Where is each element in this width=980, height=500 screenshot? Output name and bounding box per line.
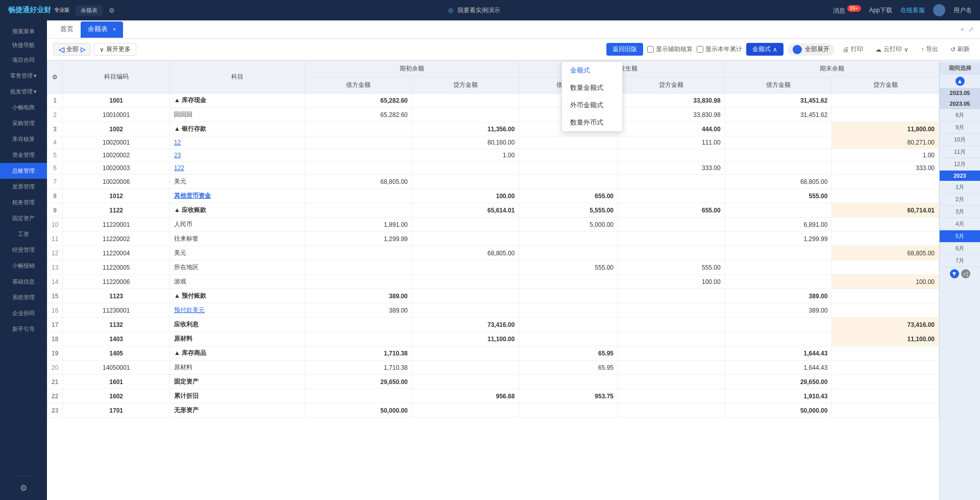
sidebar-item-assets[interactable]: 固定资产: [0, 210, 47, 226]
aux-accounting-checkbox[interactable]: [647, 46, 654, 53]
format-option-qty-amount[interactable]: 数量金额式: [562, 79, 622, 97]
account-code: 10020006: [63, 175, 170, 189]
user-name[interactable]: 用户名: [953, 6, 972, 15]
period-debit: 5,555.00: [519, 203, 618, 218]
sidebar-item-operations[interactable]: 经营管理: [0, 242, 47, 258]
account-code: 11220005: [63, 260, 170, 275]
period-credit: [618, 346, 725, 361]
period-2023-year[interactable]: 2023: [940, 171, 980, 181]
sidebar-item-system[interactable]: 系统管理: [0, 290, 47, 305]
tab-close-btn[interactable]: ×: [113, 26, 116, 32]
period-2023-start[interactable]: 2023.05: [940, 88, 980, 99]
account-name: 固定资产: [170, 375, 305, 389]
closing-debit: 555.00: [725, 189, 832, 203]
period-credit: 333.00: [618, 162, 725, 175]
sidebar-search[interactable]: 搜索菜单: [12, 25, 35, 38]
window-title-text: 余额表: [81, 7, 97, 13]
period-down-btn[interactable]: ▼: [950, 269, 959, 278]
sidebar-settings-icon[interactable]: ⚙: [17, 480, 30, 496]
cloud-print-btn[interactable]: ☁ 云打印 ∨: [871, 43, 913, 56]
format-dropdown-btn[interactable]: 金额式 ∧: [746, 43, 783, 56]
sidebar-item-expenses[interactable]: 小畅报销: [0, 258, 47, 274]
account-name[interactable]: 122: [170, 162, 305, 175]
period-dec[interactable]: 12月: [940, 158, 980, 171]
app-download-btn[interactable]: App下载: [869, 6, 892, 15]
sidebar-item-wholesale[interactable]: 批发管理 ▾: [0, 84, 47, 100]
opening-debit: 389.00: [305, 289, 412, 303]
opening-credit: 80,160.00: [412, 136, 519, 149]
format-option-qty-foreign[interactable]: 数量外币式: [562, 114, 622, 131]
account-name[interactable]: 23: [170, 149, 305, 162]
opening-credit: [412, 346, 519, 361]
period-apr[interactable]: 4月: [940, 218, 980, 230]
refresh-btn[interactable]: ↺ 刷新: [946, 43, 974, 56]
period-feb[interactable]: 2月: [940, 194, 980, 206]
period-collapse-btn[interactable]: ◁: [961, 269, 970, 278]
user-avatar[interactable]: [933, 4, 945, 16]
opening-credit: [412, 232, 519, 246]
back-to-old-btn[interactable]: 返回旧版: [606, 43, 643, 56]
opening-debit: [305, 136, 412, 149]
row-num: 20: [47, 361, 63, 375]
sidebar-item-project[interactable]: 项目合同: [0, 52, 47, 68]
filter-all-tag[interactable]: ◁ 全部 ▷: [53, 43, 91, 56]
period-jan[interactable]: 1月: [940, 181, 980, 194]
sidebar-item-guide[interactable]: 新手引导: [0, 321, 47, 337]
period-oct[interactable]: 10月: [940, 134, 980, 146]
period-may[interactable]: 5月: [940, 230, 980, 243]
sidebar-item-collab[interactable]: 企业协同: [0, 305, 47, 321]
format-option-foreign-amount[interactable]: 外币金额式: [562, 97, 622, 114]
tab-home[interactable]: 首页: [53, 21, 81, 38]
table-row: 12 11220004 美元 68,805.00 68,805.00: [47, 246, 939, 260]
opening-debit: 1,710.38: [305, 361, 412, 375]
sidebar-item-purchase[interactable]: 采购管理: [0, 115, 47, 131]
period-jun[interactable]: 6月: [940, 243, 980, 255]
sidebar-item-ecommerce[interactable]: 小畅电商: [0, 100, 47, 115]
sidebar-item-ledger[interactable]: 总账管理: [0, 163, 47, 179]
sidebar-item-invoice[interactable]: 发票管理: [0, 179, 47, 195]
account-name[interactable]: 12: [170, 136, 305, 149]
right-period-panel: 期间选择 ▲ 2023.05 2023.05 8月 9月 10月 11月 12月…: [939, 60, 980, 500]
row-num: 15: [47, 289, 63, 303]
period-mar[interactable]: 3月: [940, 206, 980, 218]
format-option-amount[interactable]: 金额式: [562, 62, 622, 79]
sidebar-item-inventory[interactable]: 库存核算: [0, 131, 47, 147]
tab-balance[interactable]: 余额表 ×: [81, 21, 123, 38]
account-name: 往来标签: [170, 232, 305, 246]
tab-expand-btn[interactable]: ⤢: [968, 26, 974, 33]
period-jul[interactable]: 7月: [940, 255, 980, 267]
tab-minimize-btn[interactable]: ×: [960, 26, 964, 33]
export-btn[interactable]: ↑ 导出: [917, 43, 942, 56]
sidebar-item-basic[interactable]: 基础信息: [0, 274, 47, 290]
period-2023-end[interactable]: 2023.05: [940, 99, 980, 109]
expand-all-toggle[interactable]: 全部展开: [788, 43, 835, 56]
period-sep[interactable]: 9月: [940, 122, 980, 134]
th-settings[interactable]: ⚙: [47, 61, 63, 93]
msg-btn[interactable]: 消息 99+: [833, 6, 861, 15]
ytd-checkbox[interactable]: [697, 46, 703, 53]
account-name[interactable]: 预付款美元: [170, 303, 305, 318]
sidebar-item-retail[interactable]: 零售管理 ▾: [0, 68, 47, 84]
settings-icon[interactable]: ⚙: [109, 7, 115, 14]
aux-accounting-checkbox-label: 显示辅助核算: [647, 45, 693, 54]
opening-credit: [412, 375, 519, 389]
sidebar-item-tax[interactable]: 税务管理: [0, 195, 47, 210]
closing-credit: [832, 260, 939, 275]
period-collapse-top[interactable]: 期间选择: [940, 62, 980, 75]
sidebar-item-finance[interactable]: 资金管理: [0, 147, 47, 163]
sidebar-item-payroll[interactable]: 工资: [0, 226, 47, 242]
row-num: 2: [47, 108, 63, 122]
print-btn[interactable]: 🖨 打印: [839, 43, 867, 56]
period-nov[interactable]: 11月: [940, 146, 980, 158]
period-aug[interactable]: 8月: [940, 109, 980, 122]
account-name: 原材料: [170, 332, 305, 346]
sidebar-quick-nav[interactable]: 快捷导航: [12, 38, 35, 52]
period-debit: [519, 246, 618, 260]
expand-more-btn[interactable]: ∨ 展开更多: [94, 43, 136, 56]
filter-right-arrow-icon: ▷: [81, 46, 85, 53]
period-up-btn[interactable]: ▲: [955, 77, 965, 86]
online-service-btn[interactable]: 在线客服: [900, 6, 925, 15]
th-closing-credit: 贷方金额: [832, 77, 939, 93]
demo-text[interactable]: 我要看实例演示: [457, 6, 500, 15]
account-name[interactable]: 其他货币资金: [170, 189, 305, 203]
